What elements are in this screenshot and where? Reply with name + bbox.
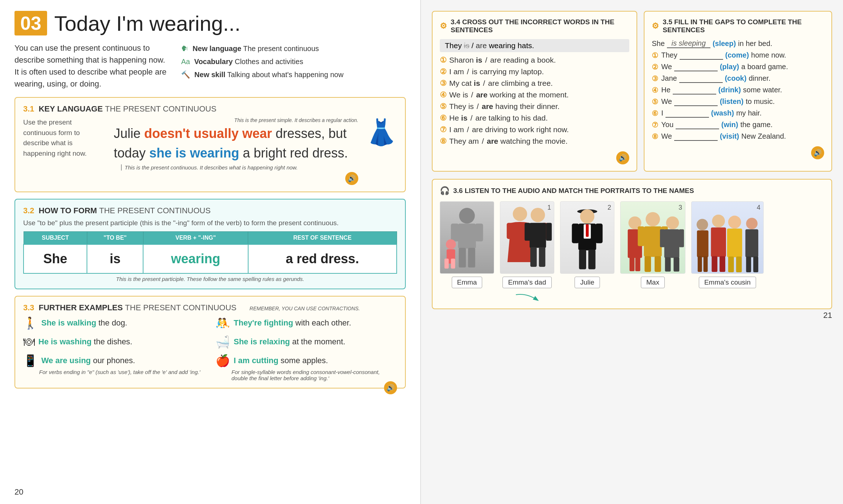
svg-rect-50	[711, 256, 717, 272]
annotation-continuous: This is the present continuous. It descr…	[121, 164, 358, 171]
section-36-title: 3.6 LISTEN TO THE AUDIO AND MATCH THE PO…	[453, 187, 694, 195]
fill-35-6: ⑥ I (wash) my hair.	[652, 109, 824, 118]
svg-rect-25	[588, 250, 596, 269]
sentence-doesnt: doesn't usually wear	[144, 126, 272, 141]
svg-point-52	[728, 216, 741, 229]
portrait-emma: Emma	[440, 201, 494, 288]
portrait-emmas-cousin: 4	[691, 201, 764, 288]
example-cutting-col: 🍎 I am cutting some apples. For single-s…	[216, 354, 397, 381]
svg-point-48	[712, 215, 725, 228]
fill-example-35: She is sleeping (sleep) in her bed.	[652, 39, 824, 48]
svg-rect-53	[727, 228, 742, 257]
example-walking-text: She is walking the dog.	[41, 318, 127, 328]
svg-rect-41	[679, 229, 684, 247]
portrait-max: 3	[620, 201, 685, 288]
fill-blank-8[interactable]	[674, 132, 718, 141]
section-36: 🎧 3.6 LISTEN TO THE AUDIO AND MATCH THE …	[432, 179, 832, 309]
fill-35-4: ④ He (drink) some water.	[652, 85, 824, 94]
portrait-num-2: 2	[608, 204, 611, 211]
fill-blank-3[interactable]	[679, 74, 723, 83]
col-rest: REST OF SENTENCE	[248, 232, 397, 245]
fill-35-1: ① They (come) home now.	[652, 51, 824, 60]
svg-rect-24	[579, 250, 586, 269]
col-verb: VERB + "-ING"	[143, 232, 248, 245]
audio-button-35[interactable]: 🔊	[811, 146, 824, 159]
svg-point-10	[513, 207, 527, 221]
svg-rect-11	[507, 223, 513, 239]
dress-figure: 👗	[366, 117, 397, 147]
fill-blank-1[interactable]	[680, 51, 723, 60]
svg-rect-46	[698, 256, 702, 272]
phone-icon: 📱	[23, 354, 38, 368]
fill-blank-6[interactable]	[665, 109, 709, 118]
relaxing-icon: 🛁	[216, 335, 230, 349]
svg-rect-40	[660, 229, 665, 247]
walking-icon: 🚶	[23, 316, 38, 330]
cell-is: is	[87, 244, 143, 273]
example-washing-text: He is washing the dishes.	[38, 337, 132, 346]
col-subject: SUBJECT	[24, 232, 87, 245]
section-34: ⚙ 3.4 CROSS OUT THE INCORRECT WORDS IN T…	[432, 11, 637, 172]
fill-blank-2[interactable]	[674, 62, 718, 71]
svg-rect-37	[655, 256, 661, 272]
section-31-header: 3.1 KEY LANGUAGE THE PRESENT CONTINUOUS	[23, 104, 397, 114]
cutting-icon: 🍎	[216, 354, 230, 368]
svg-rect-43	[673, 257, 679, 272]
meta-skill: 🔨 New skill Talking about what's happeni…	[181, 68, 343, 81]
fill-blank-5[interactable]	[674, 97, 718, 106]
emmasdad-svg	[500, 201, 554, 273]
example-relaxing-text: She is relaxing at the moment.	[234, 337, 345, 346]
audio-button-34[interactable]: 🔊	[616, 151, 629, 164]
intro-section: You can use the present continuous to de…	[14, 42, 406, 90]
note-cut: For single-syllable words ending consona…	[231, 369, 397, 381]
gear-icon-35: ⚙	[652, 21, 659, 31]
sentence-34-4: ④ We is / are working at the moment.	[440, 91, 629, 99]
svg-rect-22	[572, 224, 579, 243]
svg-rect-59	[753, 256, 758, 272]
cell-reddress: a red dress.	[248, 244, 397, 273]
svg-rect-51	[719, 256, 725, 272]
audio-button-31[interactable]: 🔊	[345, 172, 358, 185]
key-language-main: This is the present simple. It describes…	[114, 117, 358, 185]
label-emmasc: Emma's cousin	[699, 277, 756, 288]
fill-blank-4[interactable]	[673, 85, 716, 94]
section-31: 3.1 KEY LANGUAGE THE PRESENT CONTINUOUS …	[14, 97, 406, 192]
col-tobe: "TO BE"	[87, 232, 143, 245]
svg-rect-3	[475, 224, 483, 242]
form-table: SUBJECT "TO BE" VERB + "-ING" REST OF SE…	[23, 231, 397, 274]
sentence-34-3: ③ My cat is / are climbing a tree.	[440, 79, 629, 88]
label-emmasdad: Emma's dad	[502, 277, 551, 288]
svg-rect-42	[665, 257, 671, 272]
fill-blank-7[interactable]	[676, 120, 719, 129]
example-fighting-text: They're fighting with each other.	[234, 318, 351, 328]
sentence-iswearing: she is wearing	[149, 146, 239, 160]
example-using-col: 📱 We are using our phones. For verbs end…	[23, 354, 205, 381]
key-language-content: Use the present continuous form to descr…	[23, 117, 397, 185]
svg-point-0	[459, 208, 475, 223]
section-35-header: ⚙ 3.5 FILL IN THE GAPS TO COMPLETE THE S…	[652, 18, 824, 34]
svg-rect-54	[728, 256, 734, 272]
example-relaxing: 🛁 She is relaxing at the moment.	[216, 335, 397, 349]
svg-rect-31	[635, 257, 640, 271]
vocab-icon: Aa	[181, 58, 190, 66]
fighting-icon: 🤼	[216, 316, 230, 330]
portraits-row: Emma 1	[440, 201, 824, 288]
svg-point-13	[531, 208, 545, 222]
arrow-svg	[512, 291, 541, 302]
portrait-emmasc-img: 4	[691, 201, 764, 274]
section-33: 3.3 FURTHER EXAMPLES THE PRESENT CONTINU…	[14, 296, 406, 388]
svg-rect-27	[586, 224, 589, 237]
svg-rect-47	[704, 256, 708, 272]
portrait-num-4: 4	[757, 204, 760, 211]
emma-svg	[440, 201, 494, 273]
example-cutting-text: I am cutting some apples.	[234, 356, 328, 365]
svg-rect-5	[468, 248, 475, 268]
audio-button-33[interactable]: 🔊	[384, 381, 397, 394]
section-32: 3.2 HOW TO FORM THE PRESENT CONTINUOUS U…	[14, 199, 406, 289]
page-number-left: 20	[14, 487, 23, 497]
section-36-header: 🎧 3.6 LISTEN TO THE AUDIO AND MATCH THE …	[440, 186, 824, 196]
example-using-text: We are using our phones.	[41, 356, 135, 365]
fill-35-3: ③ Jane (cook) dinner.	[652, 74, 824, 83]
fill-35-7: ⑦ You (win) the game.	[652, 120, 824, 129]
label-emma: Emma	[452, 277, 483, 288]
